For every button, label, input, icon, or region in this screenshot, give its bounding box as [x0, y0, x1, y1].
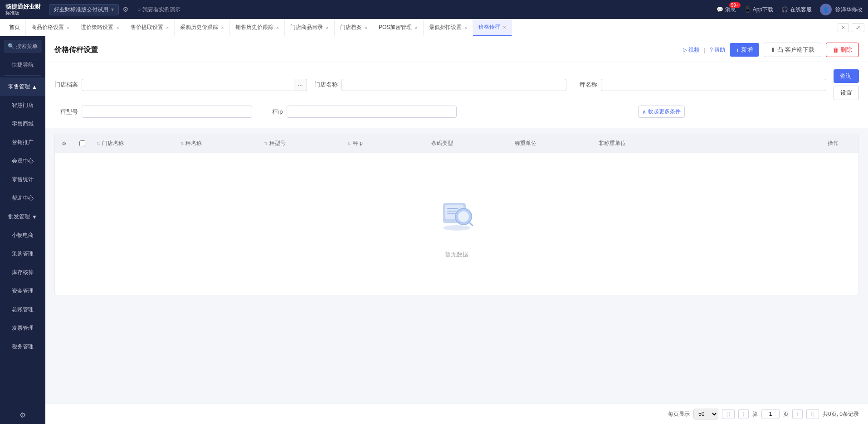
tab-purchase-strategy[interactable]: 进价策略设置 ×: [75, 19, 125, 36]
close-icon[interactable]: ×: [276, 25, 279, 30]
close-icon[interactable]: ×: [503, 24, 506, 30]
close-icon[interactable]: ×: [116, 25, 119, 30]
sidebar-item-member[interactable]: 会员中心: [0, 152, 45, 170]
close-icon[interactable]: ×: [365, 25, 367, 30]
sidebar-item-marketing[interactable]: 营销推广: [0, 133, 45, 152]
sidebar-item-help[interactable]: 帮助中心: [0, 189, 45, 207]
sidebar-item-xiaochangec-label: 小畅电商: [12, 231, 34, 239]
message-badge: 99+: [729, 2, 741, 8]
delete-button[interactable]: 🗑 删除: [826, 43, 859, 57]
tab-sale-history[interactable]: 销售历史价跟踪 ×: [230, 19, 285, 36]
content-area: 价格传秤设置 ▷ 视频 | ? 帮助 + 新增 ⬇ 凸 客户端下载: [45, 36, 868, 424]
close-icon[interactable]: ×: [67, 25, 69, 30]
scale-name-label: 秤名称: [574, 81, 597, 89]
help-link[interactable]: ? 帮助: [710, 46, 725, 54]
tab-home[interactable]: 首页: [4, 19, 26, 36]
scale-name-input[interactable]: [601, 79, 826, 91]
video-link[interactable]: ▷ 视频: [683, 46, 699, 54]
sidebar-item-retail-mall[interactable]: 零售商城: [0, 115, 45, 133]
store-name-label: 门店名称: [314, 81, 338, 89]
scale-model-label: 秤型号: [54, 108, 78, 116]
query-button[interactable]: 查询: [834, 69, 859, 83]
column-gear-icon: ⚙: [62, 140, 67, 147]
tab-min-discount[interactable]: 最低折扣设置 ×: [424, 19, 473, 36]
download-icon: ⬇: [770, 47, 775, 53]
close-icon[interactable]: ×: [464, 25, 467, 30]
sort-icon[interactable]: ⇅: [264, 141, 268, 146]
demo-link[interactable]: ○ 我要看实例演示: [137, 6, 180, 14]
tab-purchase-history[interactable]: 采购历史价跟踪 ×: [175, 19, 229, 36]
version-selector[interactable]: 好业财标准版交付试用 ▾: [49, 4, 119, 15]
last-page-btn[interactable]: ⟩⟩: [806, 409, 819, 419]
svg-line-5: [469, 222, 473, 226]
online-service-btn[interactable]: 🎧 在线客服: [781, 6, 812, 14]
app-download-btn[interactable]: 📱 App下载: [744, 6, 773, 14]
app-download-icon: 📱: [744, 6, 751, 13]
sidebar-item-purchase[interactable]: 采购管理: [0, 245, 45, 263]
sidebar-item-general-ledger[interactable]: 总账管理: [0, 300, 45, 319]
sidebar-item-inventory[interactable]: 库存核算: [0, 263, 45, 282]
online-service-label: 在线客服: [790, 6, 812, 14]
th-checkbox[interactable]: [73, 140, 91, 146]
sidebar-item-xiaochangec[interactable]: 小畅电商: [0, 226, 45, 245]
sidebar-item-finance[interactable]: 资金管理: [0, 282, 45, 300]
download-button[interactable]: ⬇ 凸 客户端下载: [764, 43, 821, 57]
sidebar-item-smart-store[interactable]: 智慧门店: [0, 96, 45, 115]
gear-icon[interactable]: ⚙: [122, 5, 128, 14]
close-icon[interactable]: ×: [221, 25, 224, 30]
tab-store-catalog[interactable]: 门店商品目录 ×: [285, 19, 334, 36]
store-file-picker-btn[interactable]: ···: [294, 79, 307, 91]
tab-price-scale[interactable]: 价格传秤 ×: [473, 19, 512, 36]
first-page-btn[interactable]: ⟨⟨: [722, 409, 735, 419]
maximize-btn[interactable]: ⤢: [852, 23, 864, 32]
svg-point-0: [443, 225, 470, 231]
close-icon[interactable]: ×: [326, 25, 328, 30]
sort-icon[interactable]: ⇅: [180, 141, 184, 146]
demo-icon: ○: [137, 6, 141, 13]
search-label: 搜索菜单: [16, 43, 38, 49]
next-page-btn[interactable]: ⟩: [792, 409, 803, 419]
sidebar-item-wholesale[interactable]: 批发管理 ▼: [0, 207, 45, 226]
sort-icon[interactable]: ⇅: [347, 141, 351, 146]
top-bar-right: 💬 消息 99+ 📱 App下载 🎧 在线客服 👤 徐泽华修改: [717, 4, 863, 15]
sidebar-item-inventory-label: 库存核算: [12, 269, 34, 276]
sidebar-search[interactable]: 🔍 搜索菜单: [4, 40, 42, 53]
add-button[interactable]: + 新增: [730, 43, 760, 57]
tab-store-file[interactable]: 门店档案 ×: [335, 19, 373, 36]
close-icon[interactable]: ×: [414, 25, 417, 30]
set-label: 设置: [840, 89, 852, 97]
settings-gear-icon[interactable]: ⚙: [20, 411, 26, 419]
total-label: 共0页, 0条记录: [823, 410, 859, 418]
prev-page-btn[interactable]: ⟨: [738, 409, 749, 419]
sidebar-quick-nav[interactable]: 快捷导航: [0, 58, 45, 72]
collapse-button[interactable]: ∧ 收起更多条件: [638, 106, 685, 118]
tab-sale-extract[interactable]: 售价提取设置 ×: [125, 19, 175, 36]
tab-pos[interactable]: POS加密管理 ×: [373, 19, 424, 36]
select-all-checkbox[interactable]: [79, 140, 85, 146]
close-icon[interactable]: ×: [166, 25, 169, 30]
close-all-btn[interactable]: ×: [838, 23, 849, 32]
sidebar-item-tax[interactable]: 税务管理: [0, 337, 45, 356]
tab-store-catalog-label: 门店商品目录: [290, 24, 323, 31]
sidebar-item-invoice[interactable]: 发票管理: [0, 319, 45, 337]
store-file-input[interactable]: [82, 79, 294, 91]
store-name-input[interactable]: [341, 79, 567, 91]
sidebar-item-retail[interactable]: 零售管理 ▲: [0, 77, 45, 96]
set-button[interactable]: 设置: [834, 86, 859, 100]
scale-ip-input[interactable]: [287, 106, 457, 118]
th-gear[interactable]: ⚙: [55, 140, 73, 147]
add-icon: +: [736, 47, 740, 53]
chevron-down-icon: ▾: [111, 6, 114, 13]
scale-model-input[interactable]: [82, 106, 252, 118]
page-input[interactable]: [761, 409, 780, 419]
tab-purchase-history-label: 采购历史价跟踪: [180, 24, 218, 31]
sidebar-item-marketing-label: 营销推广: [12, 139, 34, 146]
headset-icon: 🎧: [781, 6, 788, 13]
sort-icon[interactable]: ⇅: [97, 141, 100, 146]
per-page-select[interactable]: 50 10 20 100: [693, 409, 718, 419]
tab-price-setting[interactable]: 商品价格设置 ×: [26, 19, 75, 36]
sidebar-item-retail-stats[interactable]: 零售统计: [0, 170, 45, 189]
tab-sale-extract-label: 售价提取设置: [131, 24, 163, 31]
user-menu[interactable]: 👤 徐泽华修改: [820, 4, 863, 15]
message-btn[interactable]: 💬 消息 99+: [717, 6, 736, 14]
